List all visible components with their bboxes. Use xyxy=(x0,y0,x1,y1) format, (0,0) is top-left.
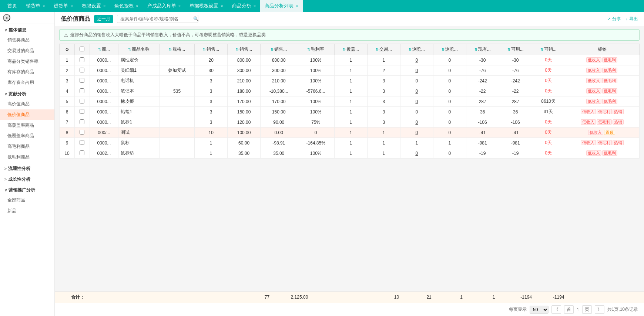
row-select-checkbox[interactable] xyxy=(80,99,84,103)
page-size-select[interactable]: 50 100 200 xyxy=(530,306,549,314)
nav-close-icon[interactable]: × xyxy=(178,4,181,8)
nav-item-首页[interactable]: 首页 xyxy=(3,0,21,12)
browse1-col[interactable]: ⇅浏览... xyxy=(400,44,433,55)
code-col[interactable]: ⇅商... xyxy=(90,44,118,55)
nav-item-进货单[interactable]: 进货单× xyxy=(49,0,77,12)
sale-cost-col[interactable]: ⇅销售... xyxy=(261,44,297,55)
row-browse1[interactable]: 0 xyxy=(400,65,433,76)
row-checkbox[interactable] xyxy=(75,55,90,65)
first-page-button[interactable]: 《 xyxy=(551,305,561,314)
row-checkbox[interactable] xyxy=(75,107,90,117)
nav-item-商品分析[interactable]: 商品分析× xyxy=(228,0,260,12)
row-checkbox[interactable] xyxy=(75,128,90,138)
cover-col[interactable]: ⇅覆盖... xyxy=(334,44,367,55)
export-button[interactable]: ↓ 导出 xyxy=(625,16,638,22)
sidebar-item-商品分类销售率[interactable]: 商品分类销售率 xyxy=(0,56,54,67)
name-col[interactable]: ⇅商品名称 xyxy=(118,44,160,55)
sidebar-item-高覆盖率商品[interactable]: 高覆盖率商品 xyxy=(0,120,54,131)
trade-col[interactable]: ⇅交易... xyxy=(367,44,400,55)
row-checkbox[interactable] xyxy=(75,117,90,128)
sidebar-item-低毛利商品[interactable]: 低毛利商品 xyxy=(0,152,54,163)
row-select-checkbox[interactable] xyxy=(80,78,84,83)
sidebar-group-流通性分析[interactable]: > 流通性分析 xyxy=(0,163,54,173)
row-cell-0: 3 xyxy=(195,86,228,96)
nav-close-icon[interactable]: × xyxy=(136,4,138,8)
sidebar-group-整体信息[interactable]: ∨ 整体信息 xyxy=(0,24,54,35)
nav-item-角色授权[interactable]: 角色授权× xyxy=(110,0,142,12)
spec-col[interactable]: ⇅规格... xyxy=(160,44,195,55)
row-browse1[interactable]: 0 xyxy=(400,107,433,117)
nav-close-icon[interactable]: × xyxy=(221,4,223,8)
sidebar-group-成长性分析[interactable]: > 成长性分析 xyxy=(0,173,54,184)
row-checkbox[interactable] xyxy=(75,76,90,86)
sidebar-item-交易过的商品[interactable]: 交易过的商品 xyxy=(0,45,54,56)
search-input[interactable] xyxy=(117,15,198,23)
tag-hot: 热销 xyxy=(613,119,624,125)
tag-hot: 热销 xyxy=(613,140,624,145)
row-stock-1: -981 xyxy=(499,138,532,148)
sidebar-item-全部商品[interactable]: 全部商品 xyxy=(0,195,54,205)
row-checkbox[interactable] xyxy=(75,86,90,96)
nav-close-icon[interactable]: × xyxy=(103,4,105,8)
row-stock-1: -22 xyxy=(499,86,532,96)
gross-rate-col[interactable]: ⇅毛利率 xyxy=(297,44,334,55)
nav-close-icon[interactable]: × xyxy=(70,4,73,8)
row-select-checkbox[interactable] xyxy=(80,130,84,135)
sale-qty-col[interactable]: ⇅销售... xyxy=(195,44,228,55)
settings-col[interactable]: ⚙ xyxy=(60,44,75,55)
nav-item-商品分析列表[interactable]: 商品分析列表× xyxy=(260,0,302,12)
sidebar-item-新品[interactable]: 新品 xyxy=(0,205,54,216)
row-select-checkbox[interactable] xyxy=(80,150,84,155)
sidebar-item-高价值商品[interactable]: 高价值商品 xyxy=(0,99,54,109)
row-checkbox[interactable] xyxy=(75,65,90,76)
row-select-checkbox[interactable] xyxy=(80,140,84,145)
select-all-checkbox[interactable] xyxy=(80,47,84,51)
row-browse1[interactable]: 0 xyxy=(400,117,433,128)
nav-item-销货单[interactable]: 销货单× xyxy=(21,0,49,12)
sidebar-item-低覆盖率商品[interactable]: 低覆盖率商品 xyxy=(0,130,54,141)
row-browse1[interactable]: 0 xyxy=(400,55,433,65)
row-select-checkbox[interactable] xyxy=(80,119,84,124)
row-checkbox[interactable] xyxy=(75,96,90,107)
row-browse1[interactable]: 0 xyxy=(400,128,433,138)
row-select-checkbox[interactable] xyxy=(80,88,84,93)
share-button[interactable]: ↗ 分享 xyxy=(607,16,621,22)
sidebar-group-贡献分析[interactable]: ∨ 贡献分析 xyxy=(0,88,54,99)
row-browse1[interactable]: 0 xyxy=(400,86,433,96)
nav-item-权限设置[interactable]: 权限设置× xyxy=(77,0,110,12)
sidebar-item-有库存的商品[interactable]: 有库存的商品 xyxy=(0,67,54,77)
row-select-checkbox[interactable] xyxy=(80,68,84,72)
info-text: 这部分商品的销售收入大幅低于商品平均销售收入，价值不高，可考虑调整营销策略，或是… xyxy=(70,32,266,38)
nav-close-icon[interactable]: × xyxy=(296,4,298,8)
available-col[interactable]: ⇅可用... xyxy=(499,44,532,55)
search-icon[interactable]: 🔍 xyxy=(193,16,199,21)
browse2-col[interactable]: ⇅浏览... xyxy=(433,44,466,55)
sidebar-group-营销推广分析[interactable]: ∨ 营销推广分析 xyxy=(0,184,54,195)
prev-page-button[interactable]: 首 xyxy=(564,305,574,314)
sale-amount-col[interactable]: ⇅销售... xyxy=(228,44,261,55)
nav-close-icon[interactable]: × xyxy=(254,4,256,8)
row-browse1[interactable]: 0 xyxy=(400,96,433,107)
next-page-button[interactable]: 页 xyxy=(582,305,592,314)
nav-item-产成品入库单[interactable]: 产成品入库单× xyxy=(143,0,185,12)
last-page-button[interactable]: 》 xyxy=(595,305,604,314)
sidebar-item-高毛利商品[interactable]: 高毛利商品 xyxy=(0,141,54,152)
sidebar-collapse-button[interactable]: « xyxy=(3,14,10,21)
row-checkbox[interactable] xyxy=(75,148,90,159)
saleable-col[interactable]: ⇅可销... xyxy=(532,44,565,55)
sidebar-item-库存资金占用[interactable]: 库存资金占用 xyxy=(0,77,54,88)
sidebar-item-销售类商品[interactable]: 销售类商品 xyxy=(0,35,54,45)
row-select-checkbox[interactable] xyxy=(80,57,84,62)
nav-close-icon[interactable]: × xyxy=(43,4,45,8)
row-checkbox[interactable] xyxy=(75,138,90,148)
period-tag-button[interactable]: 近一月 xyxy=(94,15,113,23)
row-code: 0000... xyxy=(90,117,118,128)
row-select-checkbox[interactable] xyxy=(80,109,84,114)
row-browse1[interactable]: 0 xyxy=(400,76,433,86)
row-browse1[interactable]: 0 xyxy=(400,148,433,159)
row-browse1[interactable]: 1 xyxy=(400,138,433,148)
nav-item-单据模板设置[interactable]: 单据模板设置× xyxy=(185,0,227,12)
sidebar-item-低价值商品[interactable]: 低价值商品 xyxy=(0,109,54,120)
checkbox-col[interactable] xyxy=(75,44,90,55)
current-stock-col[interactable]: ⇅现有... xyxy=(466,44,499,55)
